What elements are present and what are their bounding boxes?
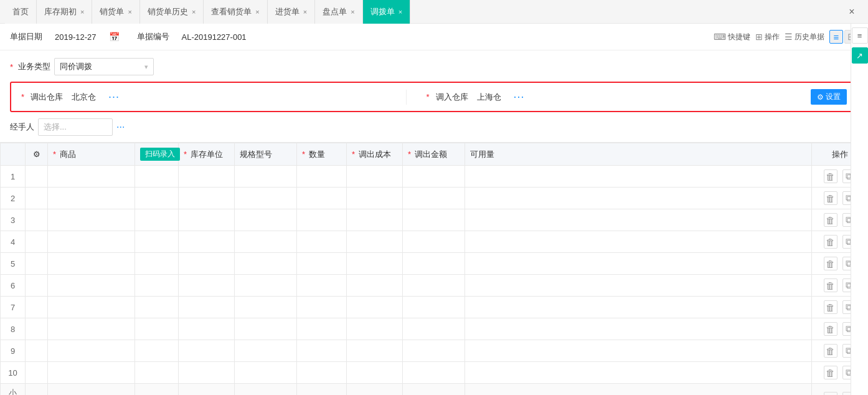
- sidebar-export-btn[interactable]: ↗: [852, 47, 868, 64]
- subtotal-avail: [465, 384, 812, 396]
- row-amount-7: [403, 297, 465, 318]
- subtotal-spec: [235, 384, 297, 396]
- person-select[interactable]: 选择...: [38, 118, 113, 136]
- row-qty-8: [297, 318, 347, 340]
- row-spec-1: [235, 166, 297, 188]
- row-amount-10: [403, 362, 465, 384]
- row-gear-1: [26, 166, 48, 188]
- history-icon: ☰: [785, 32, 793, 42]
- row-scan-6: [135, 275, 179, 297]
- row-spec-3: [235, 209, 297, 231]
- tab-view-sales-close[interactable]: ×: [255, 8, 259, 16]
- table-row: 1 🗑 ⧉: [1, 166, 868, 188]
- warehouse-out-label: 调出仓库: [31, 92, 63, 103]
- tab-inventory-check-close[interactable]: ×: [351, 8, 354, 16]
- row-product-2[interactable]: [48, 188, 135, 209]
- unit-required-star: *: [184, 150, 187, 159]
- warehouse-divider: [406, 90, 407, 105]
- table-row: 7 🗑 ⧉: [1, 297, 868, 318]
- row-index-2: 2: [1, 188, 26, 209]
- warehouse-out-more-icon[interactable]: ···: [108, 90, 120, 103]
- row-delete-icon-9[interactable]: 🗑: [824, 344, 837, 358]
- row-avail-6: [465, 275, 812, 297]
- row-scan-3: [135, 209, 179, 231]
- operations-icon: ⊞: [755, 32, 763, 42]
- operations-link[interactable]: ⊞ 操作: [755, 32, 780, 42]
- tab-view-sales[interactable]: 查看销货单 ×: [204, 0, 267, 24]
- row-index-7: 7: [1, 297, 26, 318]
- tab-home[interactable]: 首页: [5, 0, 37, 24]
- subtotal-cost: 0.00: [347, 384, 403, 396]
- row-scan-8: [135, 318, 179, 340]
- subtotal-delete-icon[interactable]: 🗑: [824, 392, 837, 395]
- tab-transfer-order-close[interactable]: ×: [399, 8, 402, 16]
- row-cost-5: [347, 253, 403, 275]
- sidebar-list-btn[interactable]: ≡: [852, 27, 868, 44]
- row-delete-icon-6[interactable]: 🗑: [824, 278, 837, 292]
- tab-transfer-order[interactable]: 调拨单 ×: [363, 0, 410, 24]
- row-amount-6: [403, 275, 465, 297]
- row-spec-2: [235, 188, 297, 209]
- row-product-4[interactable]: [48, 231, 135, 253]
- settings-button[interactable]: ⚙ 设置: [811, 89, 847, 105]
- row-delete-icon-10[interactable]: 🗑: [824, 366, 837, 379]
- business-type-select[interactable]: 同价调拨 ▾: [54, 58, 154, 75]
- row-qty-9: [297, 340, 347, 362]
- row-index-6: 6: [1, 275, 26, 297]
- row-index-10: 10: [1, 362, 26, 384]
- row-product-5[interactable]: [48, 253, 135, 275]
- row-scan-10: [135, 362, 179, 384]
- row-qty-3: [297, 209, 347, 231]
- row-product-3[interactable]: [48, 209, 135, 231]
- th-gear[interactable]: ⚙: [26, 143, 48, 166]
- row-unit-8: [179, 318, 235, 340]
- calendar-icon[interactable]: 📅: [109, 32, 120, 42]
- row-product-8[interactable]: [48, 318, 135, 340]
- tab-inventory-init[interactable]: 库存期初 ×: [37, 0, 92, 24]
- subtotal-index: 小计: [1, 384, 26, 396]
- tab-sales-history-close[interactable]: ×: [192, 8, 196, 16]
- subtotal-row: 小计 0.00 0.00 0.00 🗑: [1, 384, 868, 396]
- row-spec-9: [235, 340, 297, 362]
- row-index-8: 8: [1, 318, 26, 340]
- warehouse-section: * 调出仓库 北京仓 ··· * 调入仓库 上海仓 ··· ⚙ 设置: [10, 82, 858, 112]
- row-product-6[interactable]: [48, 275, 135, 297]
- row-scan-5: [135, 253, 179, 275]
- tab-purchase-order-close[interactable]: ×: [303, 8, 307, 16]
- tab-sales-order[interactable]: 销货单 ×: [92, 0, 139, 24]
- th-index: [1, 143, 26, 166]
- tab-sales-history[interactable]: 销货单历史 ×: [140, 0, 204, 24]
- scan-entry-btn[interactable]: 扫码录入: [140, 148, 180, 161]
- list-view-btn[interactable]: ≡: [829, 30, 843, 44]
- table-header-row: ⚙ * 商品 扫码录入 * 库存单位 规格型号: [1, 143, 868, 166]
- table-row: 2 🗑 ⧉: [1, 188, 868, 209]
- th-cost: * 调出成本: [347, 143, 403, 166]
- tab-inventory-check[interactable]: 盘点单 ×: [315, 0, 362, 24]
- row-product-10[interactable]: [48, 362, 135, 384]
- tab-transfer-order-label: 调拨单: [370, 6, 395, 17]
- row-product-7[interactable]: [48, 297, 135, 318]
- row-delete-icon-3[interactable]: 🗑: [824, 213, 837, 227]
- row-unit-4: [179, 231, 235, 253]
- row-delete-icon-1[interactable]: 🗑: [824, 169, 837, 183]
- history-link[interactable]: ☰ 历史单据: [785, 32, 824, 42]
- row-product-9[interactable]: [48, 340, 135, 362]
- warehouse-in-more-icon[interactable]: ···: [514, 90, 525, 103]
- row-avail-10: [465, 362, 812, 384]
- th-product-label: 商品: [60, 150, 76, 159]
- warehouse-out-field: * 调出仓库 北京仓 ···: [21, 90, 386, 103]
- row-delete-icon-8[interactable]: 🗑: [824, 322, 837, 336]
- row-gear-5: [26, 253, 48, 275]
- row-delete-icon-2[interactable]: 🗑: [824, 191, 837, 205]
- row-delete-icon-4[interactable]: 🗑: [824, 235, 837, 249]
- shortcuts-link[interactable]: ⌨ 快捷键: [714, 32, 750, 42]
- tab-purchase-order[interactable]: 进货单 ×: [268, 0, 315, 24]
- person-more-icon[interactable]: ···: [116, 121, 125, 133]
- tab-inventory-init-close[interactable]: ×: [80, 8, 84, 16]
- tab-sales-order-close[interactable]: ×: [128, 8, 131, 16]
- row-product-1[interactable]: [48, 166, 135, 188]
- row-avail-4: [465, 231, 812, 253]
- window-close-button[interactable]: ×: [841, 0, 863, 24]
- row-delete-icon-5[interactable]: 🗑: [824, 257, 837, 270]
- row-delete-icon-7[interactable]: 🗑: [824, 300, 837, 314]
